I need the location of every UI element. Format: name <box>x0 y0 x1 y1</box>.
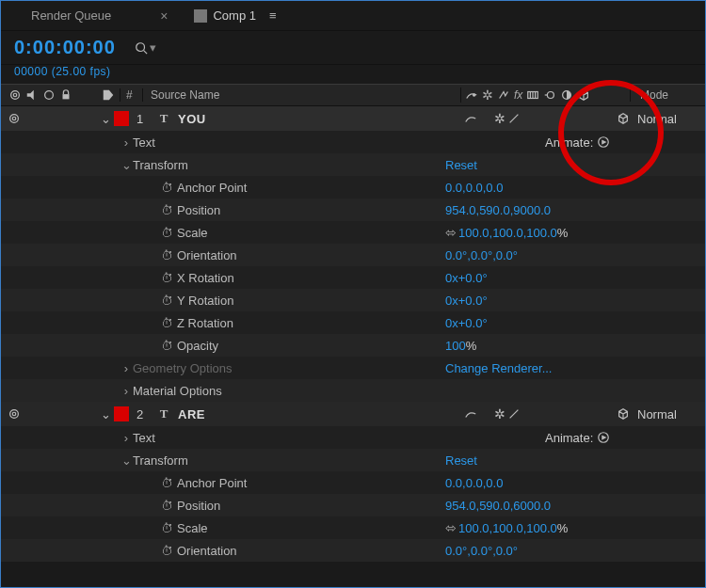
section-transform[interactable]: ⌄ Transform Reset <box>1 449 705 471</box>
prop-value[interactable]: ⬄100.0,100.0,100.0% <box>445 225 568 240</box>
prop-anchor-point[interactable]: ⏱ Anchor Point 0.0,0.0,0.0 <box>1 471 705 494</box>
audio-column-icon[interactable] <box>25 88 39 102</box>
twirl-icon[interactable]: ⌄ <box>120 453 133 468</box>
transform-reset-link[interactable]: Reset <box>445 158 477 172</box>
animate-menu-icon[interactable] <box>597 431 610 444</box>
prop-value[interactable]: 954.0,590.0,6000.0 <box>445 499 551 513</box>
collapse-transforms-icon[interactable]: ✲ <box>482 87 493 103</box>
prop-z-rotation[interactable]: ⏱ Z Rotation 0x+0.0° <box>1 311 705 334</box>
layer-row-1[interactable]: ⌄ 1 T YOU ✲ Normal <box>1 106 705 131</box>
three-d-switch-icon[interactable] <box>577 88 590 102</box>
stopwatch-icon[interactable]: ⏱ <box>161 181 173 195</box>
prop-value[interactable]: 0.0,0.0,0.0 <box>445 476 503 490</box>
frame-fps-readout[interactable]: 00000 (25.00 fps) <box>1 65 705 84</box>
quality-flag[interactable]: ✲ <box>494 406 505 421</box>
prop-x-rotation[interactable]: ⏱ X Rotation 0x+0.0° <box>1 266 705 289</box>
panel-menu-icon[interactable]: ≡ <box>269 8 277 23</box>
change-renderer-link[interactable]: Change Renderer... <box>445 361 552 375</box>
visibility-toggle[interactable] <box>8 112 21 125</box>
shy-flag[interactable] <box>464 112 477 125</box>
svg-marker-14 <box>602 139 607 144</box>
prop-scale[interactable]: ⏱ Scale ⬄100.0,100.0,100.0% <box>1 221 705 244</box>
twirl-icon[interactable]: › <box>120 384 133 398</box>
layer-index: 2 <box>129 407 150 421</box>
draft-quality-icon[interactable] <box>507 112 521 125</box>
layer-color-label[interactable] <box>114 406 129 421</box>
stopwatch-icon[interactable]: ⏱ <box>161 203 173 217</box>
prop-value[interactable]: ⬄100.0,100.0,100.0% <box>445 520 568 535</box>
prop-value[interactable]: 0.0°,0.0°,0.0° <box>445 248 518 262</box>
blend-mode-select[interactable]: Normal <box>630 112 705 126</box>
source-name-column-header[interactable]: Source Name <box>142 88 460 102</box>
twirl-icon[interactable]: › <box>120 135 133 150</box>
prop-opacity[interactable]: ⏱ Opacity 100% <box>1 334 705 357</box>
current-timecode[interactable]: 0:00:00:00 <box>14 37 116 58</box>
shy-switch-icon[interactable] <box>465 88 478 102</box>
stopwatch-icon[interactable]: ⏱ <box>161 499 173 513</box>
mode-column-header[interactable]: Mode <box>630 88 705 102</box>
shy-flag[interactable] <box>464 407 477 421</box>
constrain-proportions-icon[interactable]: ⬄ <box>445 520 457 535</box>
stopwatch-icon[interactable]: ⏱ <box>161 294 173 308</box>
fx-switch-icon[interactable]: fx <box>514 88 522 102</box>
draft-quality-icon[interactable] <box>507 407 521 421</box>
index-column-header[interactable]: # <box>120 88 142 102</box>
prop-value[interactable]: 954.0,590.0,9000.0 <box>445 203 551 217</box>
twirl-icon[interactable]: ⌄ <box>120 158 133 172</box>
animate-menu-icon[interactable] <box>597 135 610 149</box>
motion-blur-switch-icon[interactable] <box>543 88 556 102</box>
stopwatch-icon[interactable]: ⏱ <box>161 476 173 490</box>
constrain-proportions-icon[interactable]: ⬄ <box>445 225 457 240</box>
adjustment-layer-switch-icon[interactable] <box>560 88 573 102</box>
quality-flag[interactable]: ✲ <box>494 111 505 126</box>
tab-render-queue[interactable]: Render Queue <box>8 8 139 23</box>
prop-value[interactable]: 0x+0.0° <box>445 294 488 308</box>
layer-color-label[interactable] <box>114 111 129 126</box>
search-icon[interactable] <box>135 41 148 55</box>
three-d-layer-toggle[interactable] <box>617 407 630 421</box>
section-text[interactable]: › Text Animate: <box>1 426 705 449</box>
video-column-icon[interactable] <box>8 88 22 102</box>
three-d-layer-toggle[interactable] <box>617 112 630 125</box>
prop-scale[interactable]: ⏱ Scale ⬄100.0,100.0,100.0% <box>1 516 705 539</box>
stopwatch-icon[interactable]: ⏱ <box>161 521 173 535</box>
section-material-options[interactable]: › Material Options <box>1 379 705 402</box>
tab-close-icon[interactable]: × <box>154 8 173 24</box>
label-column-icon[interactable] <box>102 88 115 102</box>
prop-y-rotation[interactable]: ⏱ Y Rotation 0x+0.0° <box>1 289 705 311</box>
stopwatch-icon[interactable]: ⏱ <box>161 544 173 558</box>
layer-twirl[interactable]: ⌄ <box>97 112 114 126</box>
layer-twirl[interactable]: ⌄ <box>97 407 114 421</box>
stopwatch-icon[interactable]: ⏱ <box>161 339 173 353</box>
section-text[interactable]: › Text Animate: <box>1 131 705 153</box>
search-dropdown-icon[interactable]: ▾ <box>150 40 156 55</box>
stopwatch-icon[interactable]: ⏱ <box>161 248 173 262</box>
stopwatch-icon[interactable]: ⏱ <box>161 316 173 330</box>
layer-name[interactable]: YOU <box>178 112 460 126</box>
prop-value[interactable]: 0.0,0.0,0.0 <box>445 181 503 195</box>
layer-row-2[interactable]: ⌄ 2 T ARE ✲ Normal <box>1 402 705 426</box>
prop-anchor-point[interactable]: ⏱ Anchor Point 0.0,0.0,0.0 <box>1 176 705 199</box>
twirl-icon[interactable]: › <box>120 431 133 445</box>
prop-value[interactable]: 0x+0.0° <box>445 271 488 285</box>
solo-column-icon[interactable] <box>42 88 56 102</box>
search-input[interactable] <box>158 39 346 56</box>
prop-orientation[interactable]: ⏱ Orientation 0.0°,0.0°,0.0° <box>1 539 705 562</box>
prop-value[interactable]: 0.0°,0.0°,0.0° <box>445 544 518 558</box>
prop-position[interactable]: ⏱ Position 954.0,590.0,9000.0 <box>1 199 705 221</box>
lock-column-icon[interactable] <box>59 88 72 102</box>
prop-value[interactable]: 0x+0.0° <box>445 316 488 330</box>
layer-name[interactable]: ARE <box>178 407 460 421</box>
visibility-toggle[interactable] <box>8 407 21 421</box>
stopwatch-icon[interactable]: ⏱ <box>161 271 173 285</box>
prop-orientation[interactable]: ⏱ Orientation 0.0°,0.0°,0.0° <box>1 244 705 266</box>
prop-value[interactable]: 100% <box>445 339 476 353</box>
quality-switch-icon[interactable] <box>497 88 510 102</box>
transform-reset-link[interactable]: Reset <box>445 453 477 468</box>
blend-mode-select[interactable]: Normal <box>630 407 705 421</box>
frame-blend-icon[interactable] <box>526 88 539 102</box>
section-transform[interactable]: ⌄ Transform Reset <box>1 153 705 176</box>
tab-comp-active[interactable]: Comp 1 ≡ <box>188 5 281 26</box>
prop-position[interactable]: ⏱ Position 954.0,590.0,6000.0 <box>1 494 705 516</box>
stopwatch-icon[interactable]: ⏱ <box>161 226 173 240</box>
